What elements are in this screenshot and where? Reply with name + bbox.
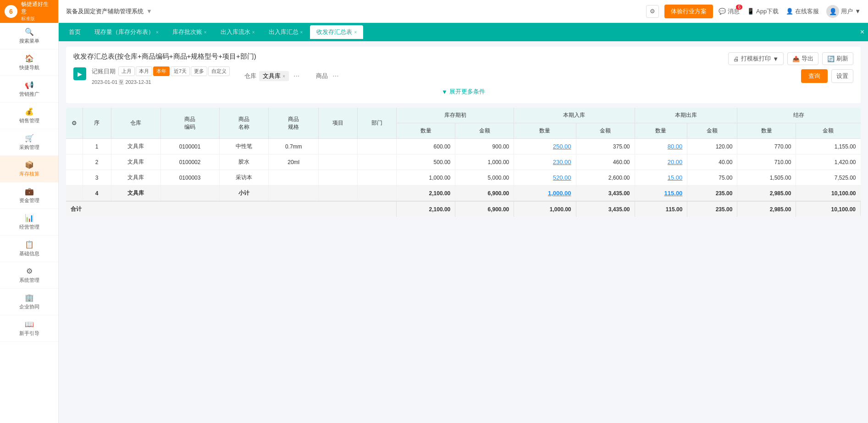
date-filter-group: 记账日期 上月 本月 本年 近7天 更多 自定义 2023-01-01 至 20…	[92, 66, 230, 86]
table-cell: 0100002	[160, 154, 219, 170]
footer-in-qty: 1,000.00	[514, 201, 576, 217]
tab-recv-send-summary-close[interactable]: ×	[354, 30, 357, 35]
col-project-header: 项目	[319, 108, 358, 139]
sidebar-header: 6 畅捷通好生意 标准版	[0, 0, 58, 23]
sidebar-item-label: 库存核算	[19, 170, 39, 177]
sidebar-item-sales[interactable]: 💰 销售管理	[0, 103, 58, 129]
table-cell[interactable]: 1,000.00	[514, 186, 576, 202]
sidebar-item-inventory[interactable]: 📦 库存核算	[0, 156, 58, 182]
system-name: 装备及固定资产辅助管理系统	[66, 7, 144, 16]
tab-batch-account[interactable]: 库存批次账 ×	[166, 25, 213, 39]
table-cell: 6,900.00	[455, 186, 514, 202]
table-cell[interactable]: 250.00	[514, 139, 576, 154]
table-cell[interactable]: 20.00	[635, 154, 687, 170]
tab-inventory-dist-close[interactable]: ×	[156, 30, 159, 35]
table-cell: 40.00	[687, 154, 737, 170]
table-cell: 900.00	[455, 139, 514, 154]
refresh-icon: 🔄	[827, 55, 835, 62]
refresh-button[interactable]: 🔄 刷新	[822, 52, 853, 65]
col-opening-qty-header: 数量	[397, 123, 455, 139]
sidebar-item-quick-nav[interactable]: 🏠 快捷导航	[0, 49, 58, 76]
date-btn-this-month[interactable]: 本月	[136, 66, 152, 76]
service-icon: 👤	[786, 8, 793, 15]
date-btn-this-year[interactable]: 本年	[153, 66, 170, 76]
sidebar-item-system[interactable]: ⚙ 系统管理	[0, 262, 58, 289]
newbie-icon: 📖	[25, 320, 34, 329]
tab-inout-summary-close[interactable]: ×	[300, 30, 303, 35]
table-cell[interactable]: 520.00	[514, 170, 576, 186]
sidebar-item-label: 资金管理	[19, 197, 39, 204]
date-btn-custom[interactable]: 自定义	[208, 66, 230, 76]
table-cell	[269, 170, 319, 186]
table-cell[interactable]: 115.00	[635, 186, 687, 202]
sidebar-item-newbie[interactable]: 📖 新手引导	[0, 315, 58, 342]
tab-inout-flow-close[interactable]: ×	[252, 30, 255, 35]
filter-expand-button[interactable]: ▶	[73, 67, 86, 80]
col-opening-group-header: 库存期初	[397, 108, 514, 123]
warehouse-tag-close[interactable]: ×	[282, 74, 285, 79]
table-cell[interactable]: 15.00	[635, 170, 687, 186]
user-label: 用户	[841, 7, 853, 16]
column-settings-button[interactable]: 设置	[831, 69, 853, 83]
col-opening-amt-header: 金额	[455, 123, 514, 139]
table-cell[interactable]: 80.00	[635, 139, 687, 154]
table-cell[interactable]: 230.00	[514, 154, 576, 170]
online-service-button[interactable]: 👤 在线客服	[786, 7, 819, 16]
print-dropdown-icon: ▼	[773, 55, 779, 62]
export-button[interactable]: 📤 导出	[787, 52, 818, 65]
table-cell: 75.00	[687, 170, 737, 186]
col-out-amt-header: 金额	[687, 123, 737, 139]
close-all-tabs-button[interactable]: ×	[860, 28, 864, 36]
date-btn-more[interactable]: 更多	[191, 66, 207, 76]
table-cell: 1,000.00	[397, 170, 455, 186]
sidebar-item-enterprise[interactable]: 🏢 企业协同	[0, 289, 58, 315]
table-cell: 0100001	[160, 139, 219, 154]
sidebar-item-purchase[interactable]: 🛒 采购管理	[0, 129, 58, 156]
tab-recv-send-summary[interactable]: 收发存汇总表 ×	[310, 25, 363, 39]
sidebar-item-label: 销售管理	[19, 117, 39, 124]
service-label: 在线客服	[795, 7, 819, 16]
sidebar-item-marketing[interactable]: 📢 营销推广	[0, 76, 58, 103]
tab-home-label: 首页	[69, 28, 81, 36]
sidebar-item-label: 企业协同	[19, 303, 39, 310]
expand-more-label: 展开更多条件	[449, 88, 485, 96]
sidebar-item-label: 系统管理	[19, 277, 39, 284]
warehouse-dots[interactable]: ···	[293, 72, 299, 80]
footer-opening-amt: 6,900.00	[455, 201, 514, 217]
query-button[interactable]: 查询	[801, 69, 828, 83]
table-cell	[66, 186, 83, 202]
expand-more-button[interactable]: ▼ 展开更多条件	[442, 88, 485, 96]
settings-button[interactable]: ⚙	[646, 5, 659, 18]
system-dropdown-arrow: ▼	[146, 8, 152, 15]
message-button[interactable]: 💬 消息 6	[719, 7, 740, 16]
tab-inout-summary[interactable]: 出入库汇总 ×	[262, 25, 310, 39]
col-goods-code-header: 商品编码	[160, 108, 219, 139]
tab-inventory-dist[interactable]: 现存量（库存分布表） ×	[88, 25, 165, 39]
trial-btn[interactable]: 体验行业方案	[664, 5, 713, 18]
sidebar-edition: 标准版	[21, 16, 54, 22]
sidebar-item-search[interactable]: 🔍 搜索菜单	[0, 23, 58, 49]
sidebar-nav: 🔍 搜索菜单 🏠 快捷导航 📢 营销推广 💰 销售管理 🛒 采购管理 📦 库存核…	[0, 23, 58, 423]
system-icon: ⚙	[26, 267, 33, 275]
goods-dots[interactable]: ···	[332, 72, 338, 80]
app-download-button[interactable]: 📱 App下载	[747, 7, 779, 16]
basic-info-icon: 📋	[25, 240, 34, 249]
tab-home[interactable]: 首页	[62, 25, 87, 39]
table-cell	[319, 139, 358, 154]
col-closing-group-header: 结存	[737, 108, 861, 123]
user-menu[interactable]: 👤 用户 ▼	[826, 5, 861, 18]
tab-inout-flow[interactable]: 出入库流水 ×	[214, 25, 261, 39]
col-in-qty-header: 数量	[514, 123, 576, 139]
table-cell	[319, 154, 358, 170]
sidebar-item-finance[interactable]: 💼 资金管理	[0, 182, 58, 209]
sidebar-item-basic-info[interactable]: 📋 基础信息	[0, 236, 58, 262]
col-settings-header[interactable]: ⚙	[66, 108, 83, 139]
sidebar-item-operations[interactable]: 📊 经营管理	[0, 209, 58, 236]
export-label: 导出	[802, 55, 813, 63]
date-btn-7days[interactable]: 近7天	[171, 66, 190, 76]
date-btn-last-month[interactable]: 上月	[118, 66, 135, 76]
table-row: 3文具库0100003采访本1,000.005,000.00520.002,60…	[66, 170, 861, 186]
tab-batch-account-close[interactable]: ×	[204, 30, 207, 35]
table-cell: 1,420.00	[796, 154, 861, 170]
print-button[interactable]: 🖨 打模板打印 ▼	[728, 52, 784, 65]
